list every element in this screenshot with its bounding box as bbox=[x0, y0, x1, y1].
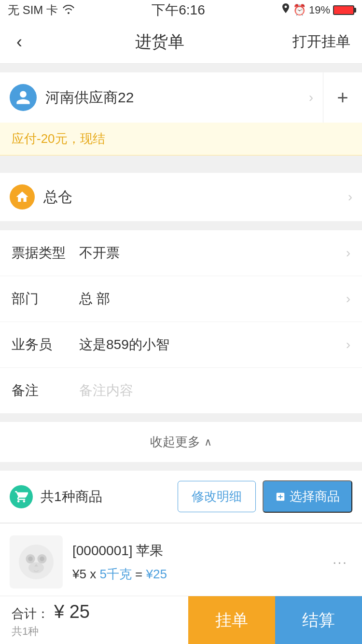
product-thumbnail bbox=[10, 535, 63, 588]
product-header: 共1种商品 修改明细 选择商品 bbox=[0, 471, 362, 522]
total-sub: 共1种 bbox=[12, 624, 177, 639]
invoice-type-row[interactable]: 票据类型 不开票 › bbox=[0, 230, 362, 276]
collapse-label: 收起更多 bbox=[150, 434, 200, 450]
product-more-button[interactable]: ··· bbox=[328, 549, 352, 575]
department-value: 总 部 bbox=[79, 290, 341, 308]
product-image bbox=[17, 543, 56, 581]
nav-bar: ‹ 进货单 打开挂单 bbox=[0, 20, 362, 64]
bottom-bar: 合计： ¥ 25 共1种 挂单 结算 bbox=[0, 596, 362, 644]
warehouse-selector[interactable]: 总仓 › bbox=[0, 173, 362, 222]
select-product-label: 选择商品 bbox=[290, 488, 340, 505]
svg-point-0 bbox=[19, 545, 54, 579]
location-icon bbox=[281, 3, 290, 17]
product-header-icon bbox=[10, 485, 33, 508]
department-label: 部门 bbox=[12, 290, 79, 308]
product-name: [0000001] 苹果 bbox=[72, 542, 328, 560]
product-price-row: ¥5 x 5千克 = ¥25 bbox=[72, 566, 328, 583]
notice-bar: 应付-20元，现结 bbox=[0, 123, 362, 155]
alarm-icon: ⏰ bbox=[293, 4, 306, 16]
carrier-text: 无 SIM 卡 bbox=[8, 2, 58, 18]
cart-icon bbox=[14, 490, 28, 504]
salesperson-value: 这是859的小智 bbox=[79, 336, 341, 354]
checkout-button[interactable]: 结算 bbox=[275, 596, 362, 644]
back-button[interactable]: ‹ bbox=[12, 27, 27, 57]
remark-label: 备注 bbox=[12, 381, 79, 400]
edit-detail-button[interactable]: 修改明细 bbox=[178, 481, 256, 512]
form-section: 票据类型 不开票 › 部门 总 部 › 业务员 这是859的小智 › 备注 备注… bbox=[0, 230, 362, 413]
product-item: [0000001] 苹果 ¥5 x 5千克 = ¥25 ··· bbox=[0, 523, 362, 600]
notice-text: 应付-20元，现结 bbox=[12, 131, 105, 146]
salesperson-row[interactable]: 业务员 这是859的小智 › bbox=[0, 322, 362, 368]
department-row[interactable]: 部门 总 部 › bbox=[0, 276, 362, 322]
gap-1 bbox=[0, 64, 362, 72]
gap-2 bbox=[0, 155, 362, 164]
select-product-button[interactable]: 选择商品 bbox=[263, 480, 352, 513]
home-icon bbox=[15, 190, 29, 204]
collapse-bar[interactable]: 收起更多 ∧ bbox=[0, 422, 362, 462]
chevron-right-icon: › bbox=[346, 337, 350, 352]
total-label: 合计： bbox=[12, 605, 49, 622]
total-row: 合计： ¥ 25 bbox=[12, 602, 177, 622]
open-hang-button[interactable]: 打开挂单 bbox=[292, 32, 350, 52]
select-product-icon bbox=[275, 491, 286, 502]
remark-input[interactable]: 备注内容 bbox=[79, 381, 350, 400]
chevron-right-icon: › bbox=[346, 245, 350, 261]
battery-percent: 19% bbox=[309, 4, 330, 16]
page-title: 进货单 bbox=[135, 31, 184, 53]
add-supplier-button[interactable]: + bbox=[323, 72, 362, 123]
battery-icon bbox=[333, 5, 354, 15]
supplier-section: 河南供应商22 › + bbox=[0, 72, 362, 123]
svg-point-4 bbox=[40, 557, 44, 561]
wifi-icon bbox=[62, 3, 75, 17]
status-left: 无 SIM 卡 bbox=[8, 2, 75, 18]
quantity: 5千克 bbox=[99, 567, 131, 581]
remark-row[interactable]: 备注 备注内容 bbox=[0, 368, 362, 413]
chevron-right-icon: › bbox=[346, 291, 350, 307]
collapse-arrow-icon: ∧ bbox=[204, 436, 212, 448]
unit-price: ¥5 x bbox=[72, 567, 99, 581]
status-bar: 无 SIM 卡 下午6:16 ⏰ 19% bbox=[0, 0, 362, 20]
supplier-name: 河南供应商22 bbox=[45, 88, 304, 108]
status-right: ⏰ 19% bbox=[281, 3, 354, 17]
status-time: 下午6:16 bbox=[152, 1, 205, 19]
invoice-type-value: 不开票 bbox=[79, 244, 341, 262]
product-count: 共1种商品 bbox=[41, 488, 178, 506]
salesperson-label: 业务员 bbox=[12, 336, 79, 354]
invoice-type-label: 票据类型 bbox=[12, 244, 79, 262]
person-icon bbox=[15, 89, 31, 106]
total-amount: ¥ 25 bbox=[54, 602, 90, 622]
subtotal: ¥25 bbox=[146, 567, 167, 581]
equals: = bbox=[135, 567, 146, 581]
supplier-avatar bbox=[10, 84, 37, 111]
product-code: [0000001] 苹果 bbox=[72, 543, 163, 558]
total-section: 合计： ¥ 25 共1种 bbox=[0, 602, 188, 639]
warehouse-icon bbox=[10, 184, 35, 210]
chevron-right-icon: › bbox=[309, 90, 313, 105]
chevron-right-icon: › bbox=[348, 189, 352, 205]
product-info: [0000001] 苹果 ¥5 x 5千克 = ¥25 bbox=[72, 542, 328, 583]
svg-point-3 bbox=[28, 557, 33, 561]
supplier-selector[interactable]: 河南供应商22 › bbox=[0, 72, 323, 123]
warehouse-name: 总仓 bbox=[43, 187, 343, 207]
hang-button[interactable]: 挂单 bbox=[188, 596, 275, 644]
